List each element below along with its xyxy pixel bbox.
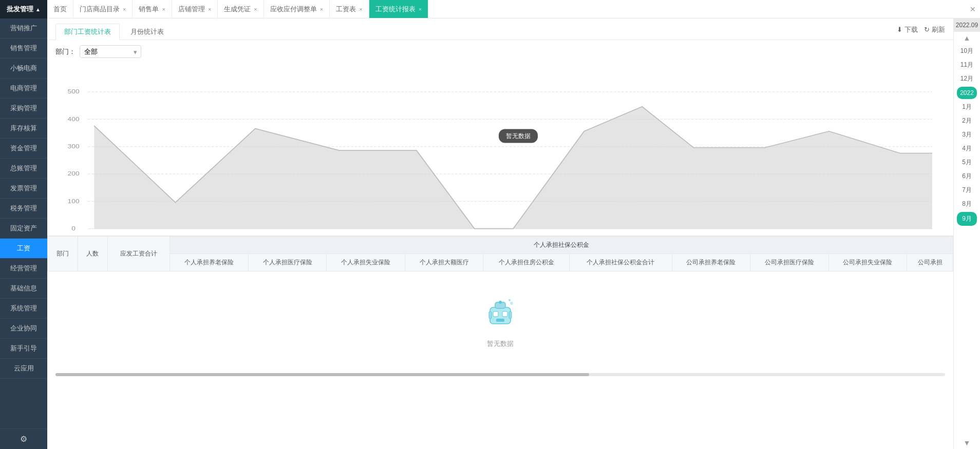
timeline-down-button[interactable]: ▼: [962, 437, 973, 449]
svg-point-20: [510, 302, 513, 305]
sidebar-item-销售管理[interactable]: 销售管理: [0, 38, 47, 58]
sidebar-item-总账管理[interactable]: 总账管理: [0, 159, 47, 179]
svg-rect-18: [489, 311, 492, 319]
content-area: 部门工资统计表月份统计表 ⬇ 下载 ↻ 刷新 部门：: [47, 18, 980, 449]
col-group-personal: 个人承担社保公积金: [170, 237, 953, 254]
tab-bar: 首页门店商品目录×销售单×店铺管理×生成凭证×应收应付调整单×工资表×工资统计报…: [47, 0, 980, 18]
timeline-header[interactable]: 2022.09: [954, 18, 980, 32]
col-dept: 部门: [48, 237, 78, 271]
sidebar-title: 批发管理: [7, 5, 33, 14]
dept-select[interactable]: 全部: [80, 45, 141, 58]
col-salary: 应发工资合计: [108, 237, 170, 271]
sidebar-item-经营管理[interactable]: 经营管理: [0, 259, 47, 279]
dept-select-wrapper: 全部: [80, 45, 141, 58]
scroll-bar-area[interactable]: [47, 369, 953, 380]
timeline-month-4月[interactable]: 4月: [954, 142, 980, 155]
subtab-月份统计表[interactable]: 月份统计表: [122, 24, 173, 40]
tab-close-icon[interactable]: ×: [419, 6, 422, 12]
sidebar-item-新手引导[interactable]: 新手引导: [0, 339, 47, 359]
col-count: 人数: [78, 237, 108, 271]
download-button[interactable]: ⬇ 下载: [897, 25, 918, 34]
sidebar-item-云应用[interactable]: 云应用: [0, 359, 47, 379]
svg-point-14: [499, 301, 502, 304]
sidebar-item-企业协同[interactable]: 企业协同: [0, 319, 47, 339]
tab-close-icon[interactable]: ×: [123, 6, 126, 12]
tab-close-icon[interactable]: ×: [359, 6, 362, 12]
tab-close-icon[interactable]: ×: [208, 6, 211, 12]
tab-店铺管理[interactable]: 店铺管理×: [172, 0, 218, 18]
subtab-部门工资统计表[interactable]: 部门工资统计表: [55, 24, 120, 40]
svg-text:500: 500: [68, 88, 80, 95]
sidebar-item-系统管理[interactable]: 系统管理: [0, 299, 47, 319]
col-个人承担失业保险: 个人承担失业保险: [327, 254, 405, 271]
timeline-month-1月[interactable]: 1月: [954, 100, 980, 114]
timeline-up-button[interactable]: ▲: [962, 32, 973, 44]
tab-工资统计报表[interactable]: 工资统计报表×: [369, 0, 428, 18]
svg-rect-17: [496, 319, 504, 322]
chart-area: 0 100 200 300 400 500: [47, 63, 953, 236]
table-empty-row: 暂无数据: [48, 271, 953, 369]
sidebar-header[interactable]: 批发管理 ▲: [0, 0, 47, 18]
col-公司承担失业保险: 公司承担失业保险: [828, 254, 907, 271]
timeline-year-2022[interactable]: 2022: [957, 87, 977, 99]
tab-close-icon[interactable]: ×: [254, 6, 257, 12]
sub-tabs-left: 部门工资统计表月份统计表: [55, 24, 173, 40]
tab-close-icon[interactable]: ×: [162, 6, 165, 12]
col-公司承担养老保险: 公司承担养老保险: [672, 254, 750, 271]
sidebar-item-固定资产[interactable]: 固定资产: [0, 219, 47, 239]
timeline-month-3月[interactable]: 3月: [954, 128, 980, 142]
scroll-track[interactable]: [55, 373, 945, 376]
sidebar-item-电商管理[interactable]: 电商管理: [0, 79, 47, 99]
col-个人承担社保公积金合计: 个人承担社保公积金合计: [570, 254, 672, 271]
scroll-thumb[interactable]: [55, 373, 589, 376]
col-个人承担养老保险: 个人承担养老保险: [170, 254, 248, 271]
timeline-month-7月[interactable]: 7月: [954, 183, 980, 197]
sidebar-item-营销推广[interactable]: 营销推广: [0, 18, 47, 38]
main-area: 首页门店商品目录×销售单×店铺管理×生成凭证×应收应付调整单×工资表×工资统计报…: [47, 0, 980, 449]
svg-text:200: 200: [68, 170, 80, 177]
timeline-month-2月[interactable]: 2月: [954, 114, 980, 128]
refresh-button[interactable]: ↻ 刷新: [924, 25, 945, 34]
expand-icon: ▲: [35, 7, 41, 12]
sidebar-item-基础信息[interactable]: 基础信息: [0, 279, 47, 299]
tab-应收应付调整单[interactable]: 应收应付调整单×: [264, 0, 330, 18]
timeline-month-8月[interactable]: 8月: [954, 197, 980, 211]
table-header: 部门 人数 应发工资合计 个人承担社保公积金 个人承担养老保险个人承担医疗保险个…: [48, 237, 953, 271]
svg-point-21: [508, 299, 511, 301]
download-icon: ⬇: [897, 26, 902, 33]
svg-text:0: 0: [71, 225, 76, 231]
timeline-month-9月[interactable]: 9月: [957, 212, 977, 226]
tab-首页[interactable]: 首页: [47, 0, 73, 18]
svg-text:300: 300: [68, 143, 80, 150]
sub-tabs: 部门工资统计表月份统计表 ⬇ 下载 ↻ 刷新: [47, 18, 953, 40]
timeline-month-12月[interactable]: 12月: [954, 72, 980, 86]
chart-container: 0 100 200 300 400 500: [55, 67, 945, 231]
timeline-month-5月[interactable]: 5月: [954, 155, 980, 169]
timeline-month-10月[interactable]: 10月: [954, 44, 980, 58]
sidebar-item-资金管理[interactable]: 资金管理: [0, 139, 47, 159]
tab-工资表[interactable]: 工资表×: [330, 0, 369, 18]
tab-close-icon[interactable]: ×: [320, 6, 323, 12]
table-header-row-1: 部门 人数 应发工资合计 个人承担社保公积金: [48, 237, 953, 254]
timeline-month-6月[interactable]: 6月: [954, 169, 980, 183]
tab-门店商品目录[interactable]: 门店商品目录×: [73, 0, 133, 18]
tab-bar-close-button[interactable]: ✕: [966, 0, 980, 18]
empty-state: 暂无数据: [48, 271, 953, 369]
col-个人承担住房公积金: 个人承担住房公积金: [483, 254, 570, 271]
sidebar-item-库存核算[interactable]: 库存核算: [0, 119, 47, 139]
toolbar: ⬇ 下载 ↻ 刷新: [897, 25, 945, 38]
tab-销售单[interactable]: 销售单×: [133, 0, 172, 18]
sidebar-item-发票管理[interactable]: 发票管理: [0, 179, 47, 199]
settings-icon[interactable]: ⚙: [20, 435, 27, 443]
timeline-month-11月[interactable]: 11月: [954, 58, 980, 72]
sidebar: 批发管理 ▲ 营销推广销售管理小畅电商电商管理采购管理库存核算资金管理总账管理发…: [0, 0, 47, 449]
sidebar-items: 营销推广销售管理小畅电商电商管理采购管理库存核算资金管理总账管理发票管理税务管理…: [0, 18, 47, 379]
table-wrapper[interactable]: 部门 人数 应发工资合计 个人承担社保公积金 个人承担养老保险个人承担医疗保险个…: [47, 236, 953, 449]
tabs-container: 首页门店商品目录×销售单×店铺管理×生成凭证×应收应付调整单×工资表×工资统计报…: [47, 0, 428, 18]
sidebar-item-小畅电商[interactable]: 小畅电商: [0, 58, 47, 79]
download-label: 下载: [904, 25, 918, 34]
tab-生成凭证[interactable]: 生成凭证×: [218, 0, 263, 18]
sidebar-item-税务管理[interactable]: 税务管理: [0, 199, 47, 219]
sidebar-item-采购管理[interactable]: 采购管理: [0, 99, 47, 119]
sidebar-item-工资[interactable]: 工资: [0, 239, 47, 259]
